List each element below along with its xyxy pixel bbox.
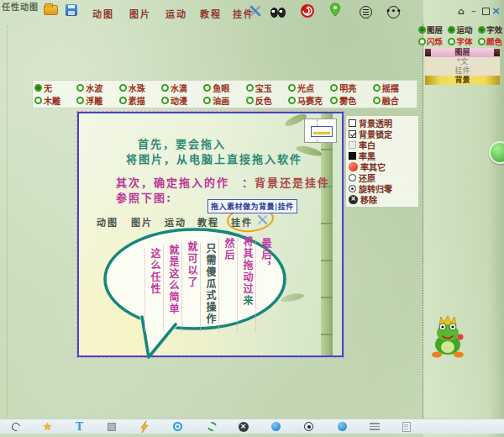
radio-icon [119,97,127,104]
blue-dot-icon-2[interactable] [337,421,348,432]
filter-option[interactable]: 水珠 [119,82,161,94]
checkbox-checked-icon [349,130,356,138]
white-swatch-icon [349,141,356,149]
option-rotation-reset[interactable]: 旋转归零 [349,183,416,194]
menu-item-image[interactable]: 图片 [129,7,151,20]
star-icon[interactable]: ★ [42,421,53,432]
bubble-col-5: 就可以了 [181,241,200,332]
filter-option[interactable]: 宝玉 [246,82,288,94]
layer-item-background-selected[interactable]: 背景 [425,76,500,85]
radio-icon [246,97,254,104]
right-tabs-row1: 图层 运动 字效 [417,24,503,35]
wrench-icon[interactable] [249,4,262,18]
blue-dot-icon[interactable] [270,421,281,432]
list-icon[interactable] [369,421,380,432]
tab-motion[interactable]: 运动 [448,24,472,35]
radio-icon [478,38,486,45]
filter-option[interactable]: 鱼眼 [203,82,245,94]
radio-icon [76,97,84,104]
filter-option[interactable]: 动漫 [161,94,203,107]
radio-icon [119,84,127,92]
filter-option[interactable]: 水滴 [161,82,203,94]
radio-icon [349,174,356,182]
frog-mascot [424,311,473,360]
menu-item-motion[interactable]: 运动 [165,7,187,20]
option-remove[interactable]: 移除 [349,194,416,205]
minimize-icon[interactable]: – [471,6,476,17]
filter-option-none[interactable]: 无 [34,82,76,94]
layer-list: 图层 *文 挂件 背景 [425,48,500,85]
filter-option[interactable]: 马赛克 [288,94,330,107]
app-title: 任性动图 [2,0,39,13]
radio-icon [418,26,426,34]
filter-panel: 无 水波 水珠 水滴 鱼眼 宝玉 光点 明亮 摇摆 木雕 浮雕 素描 动漫 油画… [32,80,417,108]
background-options-panel: 背景透明 背景锁定 率白 率黑 率其它 还原 旋转归零 移除 [346,116,418,207]
radio-icon [448,38,455,45]
menu-item-animation[interactable]: 动图 [92,7,114,20]
bubble-text: 最后， 将其拖动过来 然后 只需傻瓜式操作 就可以了 就是这么简单 这么任性 [134,236,274,332]
filter-option[interactable]: 明亮 [330,82,372,94]
undo-icon[interactable] [10,421,21,432]
panel-separator [423,24,423,419]
file-icon[interactable] [401,421,412,432]
tab-font[interactable]: 字体 [448,35,472,47]
radio-icon [288,84,296,92]
tab-color[interactable]: 颜色 [478,35,502,47]
location-pin-icon[interactable] [329,3,341,18]
flash-icon[interactable] [139,421,150,432]
recycle-icon[interactable] [207,421,218,432]
radio-icon [373,84,381,92]
remove-circle-icon [349,195,358,204]
filter-option[interactable]: 反色 [246,94,288,107]
filter-option[interactable]: 油画 [203,94,245,107]
tab-texteffect[interactable]: 字效 [478,24,502,35]
text-tool-icon[interactable]: T [74,421,85,432]
left-edge-separator [7,25,8,417]
menu-item-tutorial[interactable]: 教程 [200,7,222,20]
layer-item-text[interactable]: *文 [425,57,500,66]
filter-option[interactable]: 雾色 [330,94,372,107]
bubble-col-6: 就是这么简单 [163,245,181,332]
more-circle-icon[interactable]: ••• [387,6,400,18]
layer-list-header[interactable]: 图层 [425,48,500,57]
tab-layers[interactable]: 图层 [418,24,443,35]
radio-icon [34,97,42,104]
close-icon[interactable]: × [491,4,501,17]
radio-icon [330,97,338,104]
remove-icon[interactable]: × [238,421,249,432]
filter-option[interactable]: 水波 [76,82,118,94]
filter-option[interactable]: 素描 [119,94,161,107]
radio-icon [161,84,169,92]
layer-item-widget[interactable]: 挂件 [425,66,500,76]
radio-icon [448,26,455,34]
filter-option[interactable]: 摇摆 [373,82,415,94]
target-icon[interactable] [172,421,183,432]
radio-icon [330,84,338,92]
filter-option[interactable]: 浮雕 [76,94,118,107]
bubble-col-7: 这么任性 [144,248,163,332]
filter-option[interactable]: 光点 [288,82,330,94]
bubble-col-3: 然后 [218,238,237,332]
right-tabs-row2: 闪烁 字体 颜色 [417,35,503,47]
save-icon[interactable] [66,4,77,16]
filter-option[interactable]: 木雕 [34,94,76,107]
maximize-icon[interactable] [482,8,490,15]
eyes-icon[interactable] [270,8,286,17]
radio-icon [161,97,169,104]
shape-icon[interactable] [106,421,117,432]
red-swatch-icon [349,162,358,171]
radio-icon [246,84,254,92]
bubble-col-4: 只需傻瓜式操作 [200,243,218,332]
filter-option[interactable]: 融合 [373,94,415,107]
tab-flash[interactable]: 闪烁 [418,35,443,47]
radio-icon [76,84,84,92]
editing-canvas[interactable]: 首先，要会拖入 将图片，从电脑上直接拖入软件 其次，确定拖入的作 ：背景还是挂件… [77,112,344,357]
bubble-col-2: 将其拖动过来 [237,236,255,332]
swirl-icon[interactable] [300,3,315,18]
menu-circle-icon[interactable] [360,6,372,18]
record-icon[interactable] [303,421,314,432]
home-icon[interactable]: ⌂ [458,6,465,17]
open-folder-icon[interactable] [44,5,58,15]
black-swatch-icon [349,152,356,160]
bubble-col-1: 最后， [255,238,274,332]
